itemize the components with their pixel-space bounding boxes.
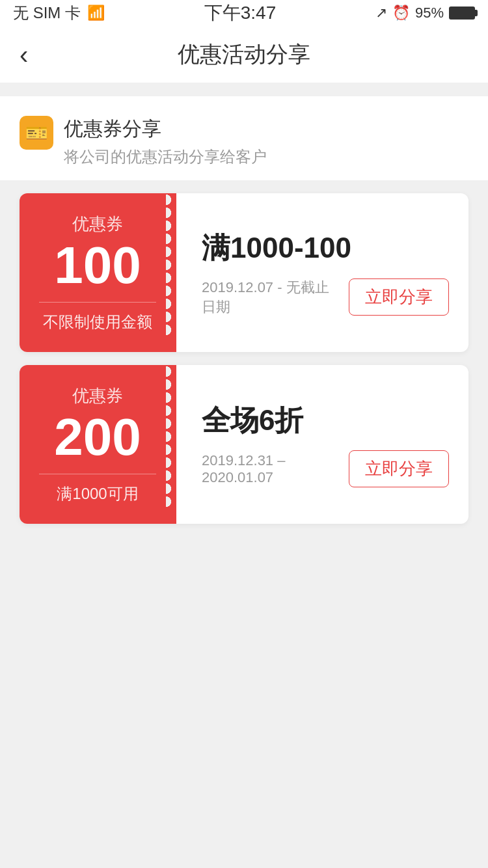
status-left: 无 SIM 卡 📶 — [13, 3, 105, 23]
coupon-card-2: 优惠券 200 满1000可用 全场6折 2019.12.31 – 2020.0… — [20, 365, 468, 524]
battery-percent: 95% — [415, 5, 444, 21]
coupon-icon: 🎫 — [20, 116, 53, 150]
share-button-1[interactable]: 立即分享 — [349, 278, 449, 316]
section-text-group: 优惠券分享 将公司的优惠活动分享给客户 — [64, 116, 267, 167]
coupon-condition-2: 满1000可用 — [57, 483, 138, 504]
coupon-card-1: 优惠券 100 不限制使用金额 满1000-100 2019.12.07 - 无… — [20, 193, 468, 352]
coupon-label-1: 优惠券 — [72, 213, 123, 236]
coupon-bottom-row-2: 2019.12.31 – 2020.01.07 立即分享 — [202, 450, 449, 487]
coupon-name-1: 满1000-100 — [202, 229, 449, 267]
section-title: 优惠券分享 — [64, 116, 267, 142]
coupon-amount-1: 100 — [54, 239, 141, 292]
coupon-condition-1: 不限制使用金额 — [43, 312, 152, 332]
coupon-right-2: 全场6折 2019.12.31 – 2020.01.07 立即分享 — [176, 365, 468, 524]
coupon-left-1: 优惠券 100 不限制使用金额 — [20, 193, 176, 352]
nav-bar: ‹ 优惠活动分享 — [0, 26, 488, 83]
back-button[interactable]: ‹ — [20, 42, 28, 68]
carrier-text: 无 SIM 卡 — [13, 3, 81, 23]
battery-icon — [449, 7, 475, 20]
coupon-amount-2: 200 — [54, 411, 141, 463]
coupon-bottom-row-1: 2019.12.07 - 无截止日期 立即分享 — [202, 278, 449, 317]
coupon-label-2: 优惠券 — [72, 385, 123, 407]
empty-area — [0, 537, 488, 797]
section-header: 🎫 优惠券分享 将公司的优惠活动分享给客户 — [0, 96, 488, 180]
coupon-right-1: 满1000-100 2019.12.07 - 无截止日期 立即分享 — [176, 193, 468, 352]
location-icon: ↗ — [375, 5, 387, 21]
coupon-list: 优惠券 100 不限制使用金额 满1000-100 2019.12.07 - 无… — [0, 180, 488, 537]
coupon-name-2: 全场6折 — [202, 401, 449, 440]
status-bar: 无 SIM 卡 📶 下午3:47 ↗ ⏰ 95% — [0, 0, 488, 26]
coupon-divider-2 — [39, 474, 156, 474]
section-subtitle: 将公司的优惠活动分享给客户 — [64, 146, 267, 167]
status-time: 下午3:47 — [204, 1, 277, 25]
coupon-date-1: 2019.12.07 - 无截止日期 — [202, 278, 342, 317]
alarm-icon: ⏰ — [392, 5, 410, 21]
status-right: ↗ ⏰ 95% — [375, 5, 475, 21]
coupon-left-2: 优惠券 200 满1000可用 — [20, 365, 176, 524]
share-button-2[interactable]: 立即分享 — [349, 450, 449, 487]
wifi-icon: 📶 — [87, 5, 105, 21]
coupon-divider-1 — [39, 302, 156, 303]
page-title: 优惠活动分享 — [178, 40, 310, 70]
coupon-date-2: 2019.12.31 – 2020.01.07 — [202, 452, 342, 486]
